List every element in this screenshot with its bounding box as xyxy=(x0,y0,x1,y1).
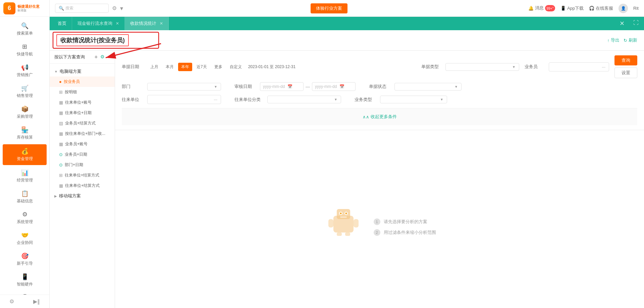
tree-item-by-salesman[interactable]: ● 按业务员 xyxy=(50,76,115,87)
tree-group-arrow: ▼ xyxy=(54,70,58,73)
date-tab-more[interactable]: 更多 xyxy=(211,63,225,71)
review-date-from[interactable]: yyyy-mm-dd 📅 xyxy=(260,82,304,91)
business-type-select[interactable]: ▼ xyxy=(380,96,447,103)
collapse-footer-btn[interactable]: ▶‖ xyxy=(33,298,40,305)
tree-item-partner-account[interactable]: ▦ 往来单位+账号 xyxy=(50,97,115,108)
topbar-gear-icon[interactable]: ⚙ xyxy=(112,5,117,11)
setting-button[interactable]: 设置 xyxy=(614,67,637,78)
collapse-button[interactable]: ∧∧ 收起更多条件 xyxy=(360,111,399,122)
scheme-add-icon[interactable]: + xyxy=(95,54,98,60)
inventory-icon: 🏪 xyxy=(21,126,29,134)
query-buttons: 查询 设置 xyxy=(614,55,637,78)
step-2-num: 2 xyxy=(374,229,380,236)
filter-area: 单据日期 上月 本月 本年 近7天 更多 自定义 2023-01-01 至 20… xyxy=(115,51,644,130)
salesman-select[interactable]: ··· xyxy=(549,62,609,71)
sidebar-item-system[interactable]: ⚙ 系统管理 xyxy=(0,207,49,228)
date-tab-last-month[interactable]: 上月 xyxy=(147,63,161,71)
trial-button[interactable]: 体验行业方案 xyxy=(311,3,347,13)
sidebar-item-sales[interactable]: 🛒 销售管理 xyxy=(0,81,49,102)
headset-icon: 🎧 xyxy=(589,6,594,11)
sidebar-item-marketing[interactable]: 📢 营销推广 xyxy=(0,60,49,81)
scheme-panel: 按以下方案查询 + ⚙ « ▼ 电脑端方案 xyxy=(50,51,115,308)
bell-icon: 🔔 xyxy=(528,6,534,11)
tree-item-by-detail[interactable]: ⊞ 按明细 xyxy=(50,87,115,97)
settings-footer-btn[interactable]: ⚙ xyxy=(9,298,14,305)
sidebar-item-search[interactable]: 🔍 搜索菜单 xyxy=(0,19,49,40)
sidebar-item-guide[interactable]: 🎯 新手引导 xyxy=(0,249,49,270)
dept-date-icon: ⊙ xyxy=(59,162,63,167)
funds-icon: 💰 xyxy=(21,148,29,155)
messages-button[interactable]: 🔔 消息 99++ xyxy=(528,5,555,11)
voucher-status-select[interactable]: ▼ xyxy=(394,83,462,91)
scheme-collapse-icon[interactable]: « xyxy=(107,54,110,60)
tree-item-salesman-settlement[interactable]: ▨ 业务员+结算方式 xyxy=(50,118,115,129)
svg-point-4 xyxy=(340,213,341,214)
partner-category-select[interactable]: ▼ xyxy=(267,96,341,103)
active-scheme-icon: ● xyxy=(59,79,62,84)
voucher-type-select[interactable]: ▼ xyxy=(445,63,519,71)
query-button[interactable]: 查询 xyxy=(614,55,637,65)
detail-icon: ⊞ xyxy=(59,90,63,95)
partner-label: 往来单位 xyxy=(122,97,141,103)
service-button[interactable]: 🎧 在线客服 xyxy=(589,5,613,11)
sidebar-item-wechat[interactable]: 💬 企业微信 xyxy=(0,291,49,295)
tree-item-partner-settlement1[interactable]: ⊞ 往来单位+结算方式 xyxy=(50,170,115,181)
tab-receipt-close[interactable]: ✕ xyxy=(160,21,163,26)
sidebar-item-quicknav[interactable]: ⊞ 快捷导航 xyxy=(0,40,49,60)
topbar-search-icon: 🔍 xyxy=(59,6,64,11)
date-tab-group: 上月 本月 本年 近7天 更多 自定义 2023-01-01 至 2023-12… xyxy=(147,63,296,71)
date-tab-custom[interactable]: 自定义 xyxy=(227,63,245,71)
username-label: Rit xyxy=(633,6,639,11)
sidebar-item-funds[interactable]: 💰 资金管理 xyxy=(3,144,47,165)
date-tab-this-year[interactable]: 本年 xyxy=(178,63,192,71)
quicknav-icon: ⊞ xyxy=(22,43,27,50)
sidebar-item-purchase[interactable]: 📦 采购管理 xyxy=(0,102,49,123)
tabbar-close-all-icon[interactable]: ✕ xyxy=(617,20,627,27)
sidebar-item-basic[interactable]: 📋 基础信息 xyxy=(0,187,49,207)
tree-item-salesman-date[interactable]: ⊙ 业务员+日期 xyxy=(50,149,115,160)
sidebar-item-inventory[interactable]: 🏪 库存核算 xyxy=(0,123,49,144)
tab-bank-close[interactable]: ✕ xyxy=(116,21,119,26)
partner-select[interactable]: ··· xyxy=(147,95,221,104)
tab-receipt[interactable]: 收款情况统计 ✕ xyxy=(125,17,169,30)
sidebar-item-hardware[interactable]: 📱 智能硬件 xyxy=(0,270,49,291)
collapse-row: ∧∧ 收起更多条件 xyxy=(122,108,637,125)
tree-item-salesman-account[interactable]: ▦ 业务员+账号 xyxy=(50,139,115,149)
purchase-icon: 📦 xyxy=(21,105,29,113)
date-tab-last7[interactable]: 近7天 xyxy=(194,63,210,71)
scheme-settings-icon[interactable]: ⚙ xyxy=(100,54,105,60)
sidebar-item-enterprise[interactable]: 🤝 企业协同 xyxy=(0,228,49,249)
app-download-button[interactable]: 📱 App下载 xyxy=(560,5,584,11)
topbar-right: 🔔 消息 99++ 📱 App下载 🎧 在线客服 👤 Rit xyxy=(528,4,639,13)
refresh-button[interactable]: ↻ 刷新 xyxy=(624,37,637,43)
topbar-dropdown-icon[interactable]: ▾ xyxy=(120,5,123,12)
salesman-more-dots[interactable]: ··· xyxy=(602,64,605,69)
date-tab-this-month[interactable]: 本月 xyxy=(163,63,177,71)
tree-item-partner-dept[interactable]: ▦ 按往来单位+部门+收... xyxy=(50,129,115,139)
tab-home[interactable]: 首页 xyxy=(52,17,72,30)
sidebar-item-operations[interactable]: 📊 经营管理 xyxy=(0,166,49,187)
tabbar-right: ✕ ⛶ xyxy=(617,20,641,27)
svg-rect-6 xyxy=(340,216,347,218)
sidebar-logo: 6 畅捷通好生意 标准版 xyxy=(0,0,49,17)
system-icon: ⚙ xyxy=(22,211,28,218)
hardware-icon: 📱 xyxy=(21,273,29,280)
tabbar-expand-icon[interactable]: ⛶ xyxy=(631,20,641,27)
guide-icon: 🎯 xyxy=(21,252,29,260)
mobile-icon: 📱 xyxy=(560,6,566,11)
tree-item-partner-settlement2[interactable]: ▦ 往来单位+结算方式 xyxy=(50,181,115,191)
empty-steps: 1 请先选择要分析的方案 2 用过滤条件来缩小分析范围 xyxy=(374,218,436,236)
tree-item-dept-date[interactable]: ⊙ 部门+日期 xyxy=(50,160,115,170)
partner-more-dots[interactable]: ··· xyxy=(214,97,217,102)
salesman-settlement-icon: ▨ xyxy=(59,121,63,126)
dept-select[interactable]: ▼ xyxy=(147,83,221,91)
tree-group-desktop-header[interactable]: ▼ 电脑端方案 xyxy=(50,66,115,76)
export-button[interactable]: ↑ 导出 xyxy=(607,37,620,43)
review-date-to[interactable]: yyyy-mm-dd 📅 xyxy=(312,82,356,91)
tree-item-partner-date[interactable]: ▦ 往来单位+日期 xyxy=(50,108,115,118)
topbar-search[interactable]: 🔍 搜索 xyxy=(55,4,109,13)
svg-point-5 xyxy=(345,213,347,214)
tree-group-mobile-header[interactable]: ▶ 移动端方案 xyxy=(50,191,115,201)
tab-bank[interactable]: 现金银行流水查询 ✕ xyxy=(72,17,125,30)
empty-step-2: 2 用过滤条件来缩小分析范围 xyxy=(374,229,436,236)
